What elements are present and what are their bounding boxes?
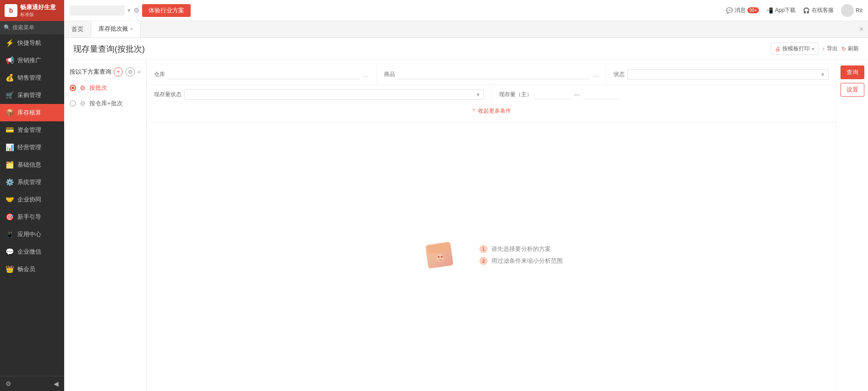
empty-hint-2: 2 用过滤条件来缩小分析范围	[479, 257, 563, 265]
tab-home-label: 首页	[71, 25, 83, 33]
sidebar-item-marketing[interactable]: 📢 营销推广	[0, 52, 64, 69]
sidebar-item-label: 企业微信	[17, 248, 41, 256]
query-button[interactable]: 查询	[841, 65, 864, 79]
basic-icon: 🗂️	[5, 161, 14, 169]
user-avatar	[841, 4, 854, 17]
empty-state: 1 请先选择要分析的方案 2 用过滤条件来缩小分析范围	[147, 123, 836, 391]
app-download-button[interactable]: 📲 App下载	[766, 6, 796, 14]
print-icon: 🖨	[775, 46, 780, 52]
collapse-filter-icon[interactable]: «	[137, 69, 141, 75]
settings-button[interactable]: 设置	[841, 83, 864, 97]
guide-icon: 🎯	[5, 213, 14, 221]
warehouse-input[interactable]	[168, 70, 360, 79]
export-label: 导出	[827, 45, 838, 53]
warehouse-filter-cell: 仓库 ...	[147, 65, 377, 84]
sidebar-footer: ⚙ ◀	[0, 376, 64, 391]
sidebar-item-purchase[interactable]: 🛒 采购管理	[0, 87, 64, 104]
sidebar-item-app-center[interactable]: 📱 应用中心	[0, 226, 64, 243]
tab-close-icon[interactable]: ×	[130, 26, 133, 32]
filter-warehouse-icon: ⚙	[80, 100, 86, 107]
warehouse-dots[interactable]: ...	[363, 71, 368, 79]
stock-qty-min[interactable]	[535, 90, 571, 99]
tab-home[interactable]: 首页	[64, 22, 91, 37]
message-button[interactable]: 💬 消息 99+	[726, 6, 759, 14]
sidebar-item-label: 经营管理	[17, 143, 41, 152]
hint-1-num: 1	[479, 245, 488, 253]
sidebar-item-label: 销售管理	[17, 74, 41, 82]
sidebar-item-member[interactable]: 👑 畅会员	[0, 261, 64, 278]
scheme-settings-button[interactable]: ⚙	[126, 67, 135, 76]
app-center-icon: 📱	[5, 230, 14, 239]
app-download-icon: 📲	[766, 7, 773, 14]
sidebar-item-enterprise[interactable]: 🤝 企业协同	[0, 191, 64, 208]
settings-footer-icon[interactable]: ⚙	[5, 380, 11, 387]
sidebar-item-finance[interactable]: 💳 资金管理	[0, 121, 64, 139]
collapse-more-conditions[interactable]: ⌃ 收起更多条件	[147, 104, 836, 118]
collapse-label: 收起更多条件	[478, 107, 511, 115]
close-all-icon: ×	[859, 25, 863, 33]
refresh-icon: ↻	[841, 46, 846, 52]
stock-status-select[interactable]: ▾	[184, 89, 484, 100]
add-scheme-button[interactable]: +	[114, 67, 123, 76]
settings-icon[interactable]: ⚙	[133, 6, 139, 15]
sidebar-nav: ⚡ 快捷导航 📢 营销推广 💰 销售管理 🛒 采购管理 📦 库存核算 💳 资金管…	[0, 34, 64, 376]
print-dropdown-icon[interactable]: ▾	[812, 46, 814, 52]
sidebar-item-operations[interactable]: 📊 经营管理	[0, 139, 64, 156]
content-wrapper: 现存量查询(按批次) 🖨 按模板打印 ▾ ↑ 导出 ↻ 刷新	[64, 38, 868, 391]
filter-item-warehouse-batch[interactable]: ⚙ 按仓库+批次	[64, 96, 146, 111]
close-all-tabs[interactable]: ×	[859, 25, 868, 33]
industry-solution-button[interactable]: 体验行业方案	[142, 4, 191, 17]
sidebar-item-wechat[interactable]: 💬 企业微信	[0, 243, 64, 261]
status-chevron: ▾	[821, 71, 824, 78]
product-input[interactable]	[398, 70, 590, 79]
finance-icon: 💳	[5, 126, 14, 134]
tabs-bar: 首页 库存批次账 × ×	[64, 21, 868, 38]
filter-warehouse-batch-label: 按仓库+批次	[89, 99, 123, 108]
dropdown-icon[interactable]: ▾	[127, 7, 131, 14]
sidebar-item-guide[interactable]: 🎯 新手引导	[0, 208, 64, 226]
empty-hints: 1 请先选择要分析的方案 2 用过滤条件来缩小分析范围	[479, 245, 563, 269]
print-button[interactable]: 🖨 按模板打印 ▾	[771, 43, 819, 55]
export-icon: ↑	[822, 46, 825, 52]
hint-1-text: 请先选择要分析的方案	[491, 245, 551, 253]
sidebar: b 畅康通好生意 标准版 🔍 搜索菜单 ⚡ 快捷导航 📢 营销推广 💰 销售管理…	[0, 0, 64, 391]
sidebar-item-label: 营销推广	[17, 56, 41, 65]
inventory-icon: 📦	[5, 109, 14, 117]
message-icon: 💬	[726, 7, 733, 14]
stock-qty-max[interactable]	[583, 90, 620, 99]
topbar-left: ▾ ⚙ 体验行业方案	[70, 4, 722, 17]
product-dots[interactable]: ...	[593, 71, 599, 79]
sidebar-item-quick-nav[interactable]: ⚡ 快捷导航	[0, 34, 64, 52]
filter-radio-batch	[70, 85, 76, 91]
sidebar-item-inventory[interactable]: 📦 库存核算	[0, 104, 64, 121]
empty-illustration	[420, 234, 466, 280]
status-select[interactable]: ▾	[627, 69, 829, 80]
add-icon: +	[117, 69, 120, 75]
export-button[interactable]: ↑ 导出	[822, 45, 838, 53]
tab-inventory-batch[interactable]: 库存批次账 ×	[91, 21, 141, 38]
sidebar-item-label: 系统管理	[17, 178, 41, 186]
enterprise-icon: 🤝	[5, 196, 14, 204]
refresh-label: 刷新	[848, 45, 859, 53]
online-service-label: 在线客服	[812, 6, 834, 14]
sidebar-item-basic[interactable]: 🗂️ 基础信息	[0, 156, 64, 174]
member-icon: 👑	[5, 265, 14, 273]
stock-qty-dash: —	[574, 91, 580, 98]
collapse-sidebar-icon[interactable]: ◀	[54, 380, 59, 387]
user-avatar-button[interactable]: Rit	[841, 4, 863, 17]
quick-nav-icon: ⚡	[5, 39, 14, 47]
sidebar-item-label: 畅会员	[17, 265, 35, 273]
online-service-button[interactable]: 🎧 在线客服	[803, 6, 834, 14]
refresh-button[interactable]: ↻ 刷新	[841, 45, 859, 53]
sidebar-search[interactable]: 🔍 搜索菜单	[0, 21, 64, 34]
sidebar-item-system[interactable]: ⚙️ 系统管理	[0, 174, 64, 191]
product-filter-cell: 商品 ...	[377, 65, 607, 84]
search-input[interactable]	[70, 5, 125, 16]
status-label: 状态	[614, 71, 625, 78]
user-name: Rit	[856, 7, 863, 14]
stock-status-cell: 现存量状态 ▾	[147, 85, 492, 104]
filter-bar: 仓库 ... 商品 ... 状态	[147, 60, 836, 123]
filter-item-batch[interactable]: ⚙ 按批次	[64, 80, 146, 96]
purchase-icon: 🛒	[5, 91, 14, 99]
sidebar-item-sales[interactable]: 💰 销售管理	[0, 69, 64, 87]
